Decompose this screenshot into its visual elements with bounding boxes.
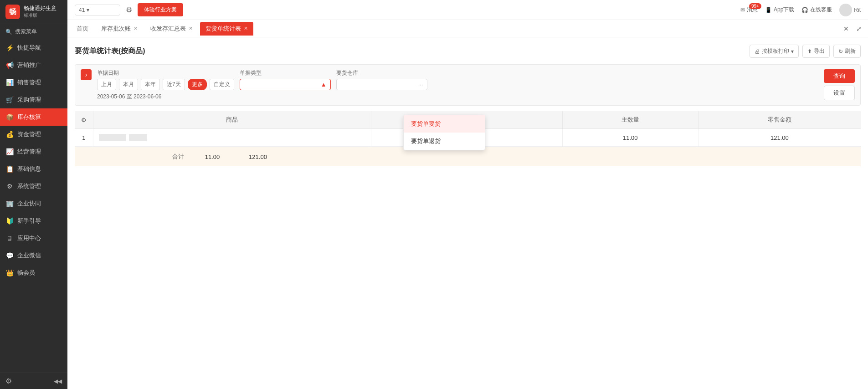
collapse-icon[interactable]: ◀◀ xyxy=(54,378,62,384)
online-service[interactable]: 🎧 在线客服 xyxy=(801,6,832,14)
tab-inventory-batch[interactable]: 库存批次账✕ xyxy=(96,22,143,36)
sidebar-bottom: ⚙ ◀◀ xyxy=(0,373,67,389)
close-all-tab-button[interactable]: ✕ xyxy=(841,23,852,34)
app-download[interactable]: 📱 App下载 xyxy=(765,6,794,14)
sidebar-item-quick-nav[interactable]: ⚡快捷导航 xyxy=(0,39,67,56)
nav-icon-guide: 🔰 xyxy=(5,217,14,225)
col-settings[interactable]: ⚙ xyxy=(75,111,93,129)
nav-label-operations: 经营管理 xyxy=(17,148,41,156)
query-button[interactable]: 查询 xyxy=(824,69,855,83)
logo-icon: 畅 xyxy=(5,5,20,19)
top-header: 41 ▾ ⚙ 体验行业方案 ✉ 消息 99+ 📱 App下载 🎧 在线客服 R xyxy=(67,0,868,20)
dropdown-item-order-return[interactable]: 要货单退货 xyxy=(404,133,485,150)
nav-label-basic-info: 基础信息 xyxy=(17,165,41,173)
gear-icon[interactable]: ⚙ xyxy=(126,5,132,14)
message-badge: 99+ xyxy=(749,3,761,9)
tab-recv-summary[interactable]: 收发存汇总表✕ xyxy=(145,22,198,36)
refresh-button[interactable]: ↻ 刷新 xyxy=(833,45,861,58)
nav-label-enterprise: 企业协同 xyxy=(17,200,41,208)
logo-subtitle: 标准版 xyxy=(24,12,56,19)
col-product: 商品 xyxy=(93,111,371,129)
date-range-display: 2023-05-06 至 2023-06-06 xyxy=(97,93,234,101)
sidebar-item-marketing[interactable]: 📢营销推广 xyxy=(0,56,67,74)
more-icon[interactable]: ··· xyxy=(418,81,423,88)
warehouse-filter-label: 要货仓库 xyxy=(336,69,427,77)
nav-icon-member: 👑 xyxy=(5,269,14,277)
print-button[interactable]: 🖨 按模板打印 ▾ xyxy=(750,45,799,58)
sidebar-item-member[interactable]: 👑畅会员 xyxy=(0,264,67,282)
filter-settings-button[interactable]: 设置 xyxy=(824,86,855,100)
nav-icon-purchase: 🛒 xyxy=(5,96,14,104)
sidebar-item-purchase[interactable]: 🛒采购管理 xyxy=(0,91,67,108)
sidebar-item-enterprise[interactable]: 🏢企业协同 xyxy=(0,195,67,212)
message-badge-item[interactable]: ✉ 消息 99+ xyxy=(740,6,758,14)
nav-label-quick-nav: 快捷导航 xyxy=(17,44,41,52)
service-label: 在线客服 xyxy=(810,6,832,14)
date-btn-近7天[interactable]: 近7天 xyxy=(163,79,185,90)
expand-tab-button[interactable]: ⤢ xyxy=(853,23,864,34)
settings-icon[interactable]: ⚙ xyxy=(5,377,12,385)
filter-expand-button[interactable]: › xyxy=(81,69,92,80)
tab-close-recv-summary[interactable]: ✕ xyxy=(189,26,193,31)
warehouse-filter-group: 要货仓库 ··· xyxy=(336,69,427,90)
tabs-actions: ✕ ⤢ xyxy=(841,23,864,34)
date-btn-more[interactable]: 更多 xyxy=(188,79,207,90)
nav-label-member: 畅会员 xyxy=(17,269,35,277)
sidebar-item-inventory[interactable]: 📦库存核算 xyxy=(0,108,67,126)
date-filter-label: 单据日期 xyxy=(97,69,234,77)
sidebar-item-finance[interactable]: 💰资金管理 xyxy=(0,126,67,143)
main-area: 41 ▾ ⚙ 体验行业方案 ✉ 消息 99+ 📱 App下载 🎧 在线客服 R xyxy=(67,0,868,389)
footer-amount: 121.00 xyxy=(235,154,281,160)
page-container: 要货单统计表(按商品) 🖨 按模板打印 ▾ ⬆ 导出 ↻ 刷新 xyxy=(67,37,868,389)
sidebar-item-wechat[interactable]: 💬企业微信 xyxy=(0,247,67,264)
nav-icon-operations: 📈 xyxy=(5,148,14,156)
sidebar-item-guide[interactable]: 🔰新手引导 xyxy=(0,212,67,230)
message-icon: ✉ xyxy=(740,7,745,13)
refresh-label: 刷新 xyxy=(845,47,856,55)
chevron-down-icon: ▾ xyxy=(791,48,794,55)
date-btn-本月[interactable]: 本月 xyxy=(119,79,138,90)
sidebar-search[interactable]: 🔍 搜索菜单 xyxy=(0,24,67,39)
nav-label-marketing: 营销推广 xyxy=(17,61,41,69)
store-selector[interactable]: 41 ▾ xyxy=(75,5,120,15)
sidebar-item-app-center[interactable]: 🖥应用中心 xyxy=(0,230,67,247)
type-dropdown: 要货单要货要货单退货 xyxy=(403,115,485,150)
sidebar-item-system[interactable]: ⚙系统管理 xyxy=(0,178,67,195)
dropdown-item-order-purchase[interactable]: 要货单要货 xyxy=(404,115,485,133)
date-btn-custom[interactable]: 自定义 xyxy=(210,79,234,90)
refresh-icon: ↻ xyxy=(838,48,843,55)
sidebar-nav: ⚡快捷导航📢营销推广📊销售管理🛒采购管理📦库存核算💰资金管理📈经营管理📋基础信息… xyxy=(0,39,67,373)
nav-label-purchase: 采购管理 xyxy=(17,96,41,104)
date-filter-group: 单据日期 上月本月本年近7天更多自定义 2023-05-06 至 2023-06… xyxy=(97,69,234,101)
type-filter-input[interactable] xyxy=(244,82,319,88)
nav-label-finance: 资金管理 xyxy=(17,130,41,138)
export-icon: ⬆ xyxy=(807,48,812,55)
tab-close-inventory-batch[interactable]: ✕ xyxy=(134,26,138,31)
sidebar-item-basic-info[interactable]: 📋基础信息 xyxy=(0,160,67,178)
user-avatar-area[interactable]: Rit xyxy=(839,4,861,16)
nav-icon-finance: 💰 xyxy=(5,130,14,138)
tab-home[interactable]: 首页 xyxy=(71,22,94,36)
tab-order-stats[interactable]: 要货单统计表✕ xyxy=(200,22,253,36)
nav-icon-wechat: 💬 xyxy=(5,251,14,260)
date-btn-上月[interactable]: 上月 xyxy=(97,79,116,90)
export-button[interactable]: ⬆ 导出 xyxy=(802,45,830,58)
chevron-up-icon[interactable]: ▲ xyxy=(321,81,327,88)
sidebar-item-sales[interactable]: 📊销售管理 xyxy=(0,74,67,91)
export-label: 导出 xyxy=(814,47,825,55)
nav-label-sales: 销售管理 xyxy=(17,78,41,87)
warehouse-filter-input[interactable] xyxy=(340,82,416,88)
sidebar-logo: 畅 畅捷通好生意 标准版 xyxy=(0,0,67,24)
type-filter-input-row[interactable]: ▲ xyxy=(240,79,331,90)
date-btn-本年[interactable]: 本年 xyxy=(141,79,160,90)
nav-label-system: 系统管理 xyxy=(17,182,41,190)
footer-quantity: 11.00 xyxy=(190,154,235,160)
industry-button[interactable]: 体验行业方案 xyxy=(138,3,183,16)
date-options-row: 上月本月本年近7天更多自定义 xyxy=(97,79,234,90)
sidebar-item-operations[interactable]: 📈经营管理 xyxy=(0,143,67,160)
tab-close-order-stats[interactable]: ✕ xyxy=(244,26,248,31)
warehouse-filter-input-row[interactable]: ··· xyxy=(336,79,427,90)
nav-icon-app-center: 🖥 xyxy=(5,234,14,242)
header-left: 41 ▾ ⚙ 体验行业方案 xyxy=(75,3,183,16)
page-header: 要货单统计表(按商品) 🖨 按模板打印 ▾ ⬆ 导出 ↻ 刷新 xyxy=(75,45,861,58)
